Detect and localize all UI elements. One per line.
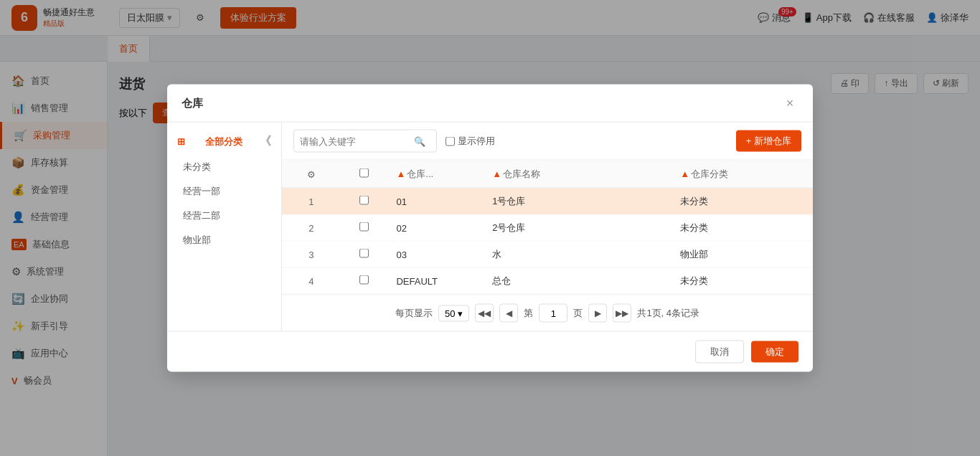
first-page-button[interactable]: ◀◀ [475, 304, 494, 323]
page-number-input[interactable] [539, 304, 567, 323]
category-item-ops2[interactable]: 经营二部 [167, 204, 281, 228]
category-item-property[interactable]: 物业部 [167, 228, 281, 252]
warehouse-table: ⚙ ▲仓库... ▲仓库名称 [282, 161, 813, 295]
show-disabled-checkbox[interactable] [446, 136, 455, 146]
row-sort: 01 [387, 188, 484, 214]
col-header-settings: ⚙ [282, 161, 341, 189]
per-page-select[interactable]: 50 ▾ [438, 305, 469, 321]
modal-footer: 取消 确定 [167, 331, 813, 372]
row-check[interactable] [341, 188, 388, 214]
sort-up-icon-3: ▲ [680, 168, 689, 179]
search-box: 🔍 [293, 130, 437, 153]
row-name: 1号仓库 [484, 188, 672, 214]
row-check[interactable] [341, 267, 388, 294]
table-row[interactable]: 1 01 1号仓库 未分类 [282, 188, 813, 214]
row-num: 1 [282, 188, 341, 214]
col-header-sort[interactable]: ▲仓库... [387, 161, 484, 189]
table-row[interactable]: 4 DEFAULT 总仓 未分类 [282, 267, 813, 294]
sort-up-icon: ▲ [396, 168, 405, 179]
search-input[interactable] [294, 132, 409, 150]
cancel-button[interactable]: 取消 [695, 341, 744, 364]
row-name: 水 [484, 241, 672, 267]
prev-page-button[interactable]: ◀ [499, 304, 518, 323]
next-page-button[interactable]: ▶ [588, 304, 607, 323]
settings-icon: ⚙ [307, 168, 316, 179]
warehouse-modal: 仓库 × ⊞ 全部分类 《 未分类 经营一部 经营二部 物业部 🔍 [167, 85, 813, 372]
table-panel: 🔍 显示停用 + 新增仓库 ⚙ [282, 123, 813, 331]
chevron-down-icon: ▾ [458, 308, 463, 318]
row-num: 4 [282, 267, 341, 294]
grid-icon: ⊞ [177, 136, 185, 147]
sort-up-icon-2: ▲ [492, 168, 501, 179]
category-item-ops1[interactable]: 经营一部 [167, 179, 281, 204]
row-name: 2号仓库 [484, 214, 672, 241]
page-total-label: 共1页, 4条记录 [637, 307, 699, 320]
col-header-category[interactable]: ▲仓库分类 [672, 161, 813, 189]
table-row[interactable]: 2 02 2号仓库 未分类 [282, 214, 813, 241]
row-check[interactable] [341, 241, 388, 267]
add-warehouse-button[interactable]: + 新增仓库 [736, 130, 801, 152]
pagination: 每页显示 50 ▾ ◀◀ ◀ 第 页 ▶ ▶▶ 共1页, 4条记录 [282, 295, 813, 331]
per-page-label: 每页显示 [395, 307, 433, 320]
table-toolbar: 🔍 显示停用 + 新增仓库 [282, 123, 813, 161]
row-sort: 03 [387, 241, 484, 267]
col-header-name[interactable]: ▲仓库名称 [484, 161, 672, 189]
category-panel: ⊞ 全部分类 《 未分类 经营一部 经营二部 物业部 [167, 123, 282, 331]
table-header-row: ⚙ ▲仓库... ▲仓库名称 [282, 161, 813, 189]
select-all-checkbox[interactable] [359, 168, 369, 178]
table-row[interactable]: 3 03 水 物业部 [282, 241, 813, 267]
category-item-unclassified[interactable]: 未分类 [167, 155, 281, 179]
collapse-icon[interactable]: 《 [260, 134, 271, 149]
row-num: 3 [282, 241, 341, 267]
page-prefix-label: 第 [524, 307, 533, 320]
col-header-check [341, 161, 388, 189]
row-sort: 02 [387, 214, 484, 241]
row-name: 总仓 [484, 267, 672, 294]
row-check[interactable] [341, 214, 388, 241]
show-disabled-label[interactable]: 显示停用 [446, 135, 495, 148]
modal-body: ⊞ 全部分类 《 未分类 经营一部 经营二部 物业部 🔍 显 [167, 123, 813, 331]
last-page-button[interactable]: ▶▶ [613, 304, 631, 323]
row-num: 2 [282, 214, 341, 241]
modal-header: 仓库 × [167, 85, 813, 123]
row-cat: 未分类 [672, 267, 813, 294]
modal-close-button[interactable]: × [781, 95, 798, 112]
row-cat: 未分类 [672, 214, 813, 241]
row-cat: 物业部 [672, 241, 813, 267]
category-all-header[interactable]: ⊞ 全部分类 《 [167, 128, 281, 155]
search-button[interactable]: 🔍 [409, 130, 430, 152]
row-sort: DEFAULT [387, 267, 484, 294]
confirm-button[interactable]: 确定 [751, 341, 798, 363]
page-suffix-label: 页 [573, 307, 583, 320]
modal-title: 仓库 [182, 96, 203, 110]
row-cat: 未分类 [672, 188, 813, 214]
